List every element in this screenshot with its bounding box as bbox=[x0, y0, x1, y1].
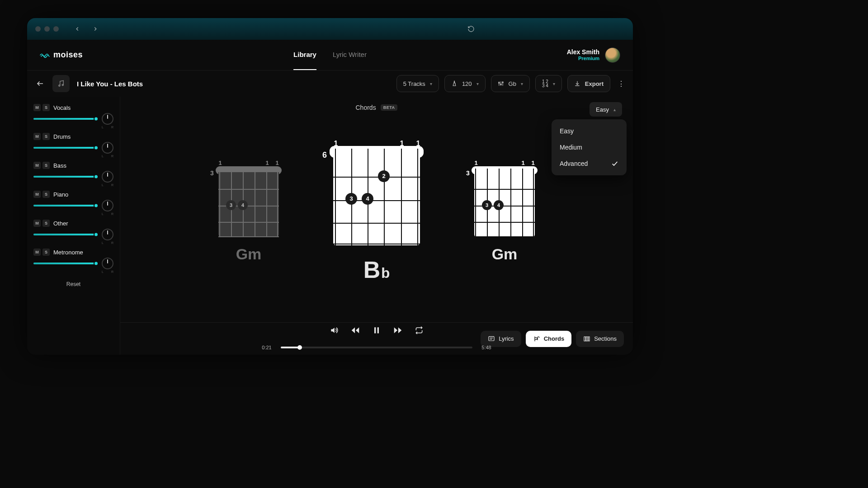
forward-button[interactable] bbox=[393, 325, 403, 335]
volume-slider[interactable] bbox=[33, 176, 97, 178]
chevron-up-icon: ▴ bbox=[613, 107, 616, 112]
key-dropdown[interactable]: Gb ▾ bbox=[491, 75, 530, 92]
more-menu-icon[interactable]: ⋮ bbox=[616, 80, 627, 88]
rewind-button[interactable] bbox=[350, 325, 360, 335]
view-sections-button[interactable]: Sections bbox=[576, 331, 624, 347]
track-mixer-sidebar: M S Vocals LR MS Drums bbox=[27, 97, 120, 355]
user-area[interactable]: Alex Smith Premium bbox=[567, 47, 620, 63]
solo-button[interactable]: S bbox=[42, 104, 50, 111]
song-toolbar: I Like You - Les Bots 5 Tracks ▾ 120 ▾ G… bbox=[27, 70, 633, 97]
time-current: 0:21 bbox=[259, 345, 274, 350]
difficulty-option-easy[interactable]: Easy bbox=[552, 123, 627, 139]
solo-button[interactable]: S bbox=[42, 162, 50, 169]
max-dot[interactable] bbox=[53, 26, 59, 32]
track-name: Metronome bbox=[53, 249, 83, 256]
tempo-value: 120 bbox=[462, 80, 472, 87]
svg-point-7 bbox=[498, 82, 499, 83]
song-title: I Like You - Les Bots bbox=[77, 80, 143, 88]
fret-number: 3 bbox=[466, 169, 470, 177]
chord-name: Gm bbox=[236, 245, 262, 263]
time-total: 5:48 bbox=[479, 345, 494, 350]
timesig-dropdown[interactable]: 1 2 3 4 ▾ bbox=[535, 75, 562, 92]
loop-button[interactable] bbox=[415, 326, 424, 335]
reset-button[interactable]: Reset bbox=[33, 281, 113, 287]
mute-button[interactable]: M bbox=[33, 220, 41, 227]
barre-finger: 1 bbox=[265, 160, 269, 166]
export-button[interactable]: Export bbox=[567, 75, 610, 92]
volume-slider[interactable] bbox=[33, 234, 97, 235]
pan-knob[interactable] bbox=[102, 113, 113, 125]
track-name: Other bbox=[53, 220, 68, 227]
mute-button[interactable]: M bbox=[33, 191, 41, 198]
avatar[interactable] bbox=[605, 47, 620, 63]
pan-knob[interactable] bbox=[102, 200, 113, 211]
volume-slider[interactable] bbox=[33, 263, 97, 264]
forward-arrow-icon[interactable] bbox=[90, 23, 101, 35]
track-row: MS Piano LR bbox=[33, 191, 113, 211]
svg-marker-15 bbox=[398, 328, 401, 333]
track-row: MS Drums LR bbox=[33, 133, 113, 154]
volume-slider[interactable] bbox=[33, 147, 97, 149]
tab-library[interactable]: Library bbox=[293, 40, 316, 70]
svg-rect-16 bbox=[489, 336, 494, 340]
pause-button[interactable] bbox=[372, 326, 381, 335]
track-row: M S Vocals LR bbox=[33, 104, 113, 125]
reload-icon[interactable] bbox=[467, 25, 475, 33]
barre-finger: 1 bbox=[521, 160, 524, 166]
tracks-dropdown[interactable]: 5 Tracks ▾ bbox=[396, 75, 439, 92]
user-plan: Premium bbox=[567, 56, 599, 61]
difficulty-dropdown[interactable]: Easy ▴ bbox=[590, 102, 622, 117]
pan-knob[interactable] bbox=[102, 142, 113, 154]
track-row: MS Other LR bbox=[33, 220, 113, 240]
app-window: moises Library Lyric Writer Alex Smith P… bbox=[27, 18, 633, 355]
close-dot[interactable] bbox=[35, 26, 41, 32]
svg-marker-14 bbox=[394, 328, 397, 333]
finger-dot: 3 bbox=[345, 193, 357, 205]
solo-button[interactable]: S bbox=[42, 249, 50, 256]
view-label: Sections bbox=[594, 335, 617, 342]
logo-mark-icon bbox=[40, 52, 50, 59]
track-name: Bass bbox=[53, 162, 66, 169]
browser-bar bbox=[27, 18, 633, 40]
body: M S Vocals LR MS Drums bbox=[27, 97, 633, 355]
metronome-icon bbox=[451, 80, 458, 87]
volume-icon[interactable] bbox=[330, 326, 339, 335]
tab-lyric-writer[interactable]: Lyric Writer bbox=[333, 40, 367, 70]
pan-knob[interactable] bbox=[102, 171, 113, 183]
back-arrow-icon[interactable] bbox=[71, 23, 83, 35]
main-panel: Chords BETA Easy ▴ Easy Medium Advanced bbox=[120, 97, 633, 355]
tuning-icon bbox=[498, 80, 504, 87]
transport-controls bbox=[330, 325, 424, 335]
progress-track[interactable] bbox=[281, 347, 472, 348]
difficulty-selected: Easy bbox=[596, 106, 609, 113]
brand-logo[interactable]: moises bbox=[40, 50, 83, 60]
svg-point-8 bbox=[500, 84, 501, 85]
min-dot[interactable] bbox=[44, 26, 50, 32]
volume-slider[interactable] bbox=[33, 205, 97, 206]
solo-button[interactable]: S bbox=[42, 133, 50, 140]
svg-rect-13 bbox=[377, 327, 379, 333]
view-chords-button[interactable]: Chords bbox=[526, 331, 572, 347]
pan-knob[interactable] bbox=[102, 258, 113, 269]
mute-button[interactable]: M bbox=[33, 104, 41, 111]
tempo-dropdown[interactable]: 120 ▾ bbox=[444, 75, 486, 92]
barre-finger: 1 bbox=[218, 160, 222, 166]
solo-button[interactable]: S bbox=[42, 220, 50, 227]
difficulty-option-advanced[interactable]: Advanced bbox=[552, 155, 627, 172]
solo-button[interactable]: S bbox=[42, 191, 50, 198]
volume-slider[interactable] bbox=[33, 118, 97, 120]
pan-knob[interactable] bbox=[102, 229, 113, 240]
difficulty-option-medium[interactable]: Medium bbox=[552, 139, 627, 155]
chevron-down-icon: ▾ bbox=[521, 81, 523, 86]
key-value: Gb bbox=[509, 80, 516, 87]
barre-finger: 1 bbox=[531, 160, 534, 166]
chevron-down-icon: ▾ bbox=[476, 81, 479, 86]
mute-button[interactable]: M bbox=[33, 133, 41, 140]
view-label: Lyrics bbox=[499, 335, 514, 342]
mute-button[interactable]: M bbox=[33, 249, 41, 256]
playbar: 0:21 5:48 Lyrics Chords bbox=[120, 322, 633, 355]
mute-button[interactable]: M bbox=[33, 162, 41, 169]
song-back-button[interactable] bbox=[33, 77, 47, 90]
track-row: MS Bass LR bbox=[33, 162, 113, 183]
song-icon bbox=[52, 75, 70, 92]
